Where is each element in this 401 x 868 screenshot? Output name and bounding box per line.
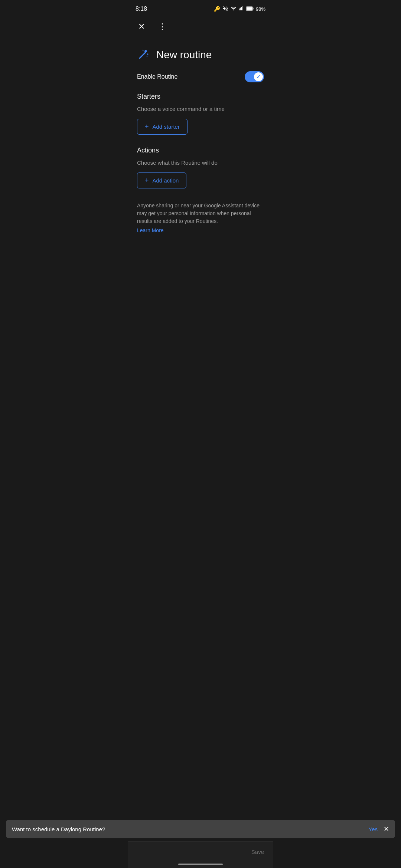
battery-percent: 98% bbox=[256, 6, 265, 12]
starters-section-header: Starters bbox=[137, 93, 264, 101]
svg-rect-3 bbox=[242, 6, 243, 10]
add-action-plus-icon: + bbox=[145, 177, 149, 184]
add-action-label: Add action bbox=[153, 177, 179, 184]
actions-section: Actions Choose what this Routine will do… bbox=[137, 147, 264, 199]
actions-description: Choose what this Routine will do bbox=[137, 159, 264, 167]
more-options-icon: ⋮ bbox=[158, 22, 166, 32]
svg-point-13 bbox=[147, 56, 148, 57]
close-icon: ✕ bbox=[138, 22, 145, 32]
wifi-icon bbox=[231, 6, 237, 13]
magic-wand-icon bbox=[137, 47, 150, 62]
add-starter-label: Add starter bbox=[153, 124, 180, 130]
battery-icon bbox=[246, 6, 254, 12]
status-icons: 🔑 bbox=[214, 6, 265, 13]
main-content: New routine Enable Routine ✓ Starters Ch… bbox=[128, 37, 273, 242]
enable-routine-label: Enable Routine bbox=[137, 73, 177, 80]
privacy-note: Anyone sharing or near your Google Assis… bbox=[137, 202, 264, 234]
app-bar: ✕ ⋮ bbox=[128, 16, 273, 37]
svg-point-14 bbox=[143, 50, 144, 51]
starters-section: Starters Choose a voice command or a tim… bbox=[137, 93, 264, 145]
add-action-button[interactable]: + Add action bbox=[137, 172, 186, 188]
page-header: New routine bbox=[137, 47, 264, 62]
learn-more-link[interactable]: Learn More bbox=[137, 227, 264, 234]
svg-line-7 bbox=[140, 52, 146, 58]
mute-icon bbox=[222, 6, 228, 13]
toggle-track: ✓ bbox=[245, 71, 264, 82]
page-title: New routine bbox=[156, 49, 212, 61]
actions-section-header: Actions bbox=[137, 147, 264, 154]
status-bar: 8:18 🔑 bbox=[128, 0, 273, 16]
starters-description: Choose a voice command or a time bbox=[137, 105, 264, 113]
enable-routine-row: Enable Routine ✓ bbox=[137, 71, 264, 82]
add-starter-plus-icon: + bbox=[145, 123, 149, 131]
svg-point-12 bbox=[147, 53, 149, 55]
enable-routine-toggle[interactable]: ✓ bbox=[245, 71, 264, 82]
privacy-text: Anyone sharing or near your Google Assis… bbox=[137, 203, 260, 224]
toggle-thumb: ✓ bbox=[254, 72, 263, 81]
more-options-button[interactable]: ⋮ bbox=[155, 19, 170, 34]
key-icon: 🔑 bbox=[214, 6, 220, 12]
svg-rect-5 bbox=[253, 7, 254, 9]
add-starter-button[interactable]: + Add starter bbox=[137, 119, 188, 135]
signal-icon bbox=[239, 6, 244, 13]
svg-rect-6 bbox=[247, 7, 252, 10]
status-time: 8:18 bbox=[136, 6, 147, 12]
svg-rect-2 bbox=[241, 7, 242, 10]
close-button[interactable]: ✕ bbox=[134, 19, 149, 34]
svg-rect-1 bbox=[240, 7, 241, 10]
svg-rect-0 bbox=[239, 9, 239, 10]
toggle-check-icon: ✓ bbox=[256, 74, 261, 80]
